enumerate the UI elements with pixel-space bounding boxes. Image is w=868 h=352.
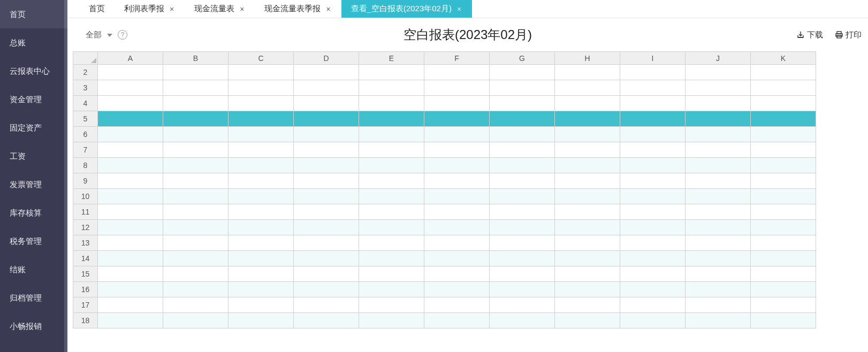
cell-I18[interactable] [620, 313, 686, 328]
tab-4[interactable]: 查看_空白报表(2023年02月)× [341, 0, 473, 18]
row-header-10[interactable]: 10 [73, 189, 98, 204]
cell-K16[interactable] [751, 282, 816, 297]
cell-E17[interactable] [359, 297, 424, 313]
cell-G9[interactable] [490, 173, 555, 189]
cell-F15[interactable] [424, 266, 490, 282]
cell-D10[interactable] [294, 189, 359, 204]
filter-dropdown[interactable]: 全部 ? [86, 30, 127, 40]
cell-H12[interactable] [555, 220, 620, 235]
cell-G6[interactable] [490, 127, 555, 142]
tab-1[interactable]: 利润表季报× [115, 0, 185, 18]
cell-A9[interactable] [98, 173, 163, 189]
cell-C12[interactable] [229, 220, 294, 235]
cell-A14[interactable] [98, 251, 163, 266]
cell-D16[interactable] [294, 282, 359, 297]
cell-B15[interactable] [163, 266, 229, 282]
cell-D15[interactable] [294, 266, 359, 282]
cell-A10[interactable] [98, 189, 163, 204]
cell-K6[interactable] [751, 127, 816, 142]
cell-K11[interactable] [751, 204, 816, 220]
cell-B13[interactable] [163, 235, 229, 251]
cell-E12[interactable] [359, 220, 424, 235]
cell-B2[interactable] [163, 65, 229, 80]
cell-J12[interactable] [686, 220, 751, 235]
cell-A8[interactable] [98, 158, 163, 173]
cell-C11[interactable] [229, 204, 294, 220]
cell-E16[interactable] [359, 282, 424, 297]
cell-F10[interactable] [424, 189, 490, 204]
cell-E8[interactable] [359, 158, 424, 173]
tab-3[interactable]: 现金流量表季报× [255, 0, 341, 18]
cell-J13[interactable] [686, 235, 751, 251]
row-header-14[interactable]: 14 [73, 251, 98, 266]
cell-H13[interactable] [555, 235, 620, 251]
column-header-A[interactable]: A [98, 52, 163, 65]
cell-E4[interactable] [359, 96, 424, 111]
cell-F13[interactable] [424, 235, 490, 251]
cell-G13[interactable] [490, 235, 555, 251]
close-icon[interactable]: × [456, 5, 462, 13]
cell-A5[interactable] [98, 111, 163, 127]
cell-H14[interactable] [555, 251, 620, 266]
cell-I3[interactable] [620, 80, 686, 96]
cell-K13[interactable] [751, 235, 816, 251]
cell-B17[interactable] [163, 297, 229, 313]
cell-D5[interactable] [294, 111, 359, 127]
cell-E14[interactable] [359, 251, 424, 266]
cell-G16[interactable] [490, 282, 555, 297]
cell-G5[interactable] [490, 111, 555, 127]
cell-H6[interactable] [555, 127, 620, 142]
cell-F16[interactable] [424, 282, 490, 297]
cell-K8[interactable] [751, 158, 816, 173]
cell-D13[interactable] [294, 235, 359, 251]
cell-G14[interactable] [490, 251, 555, 266]
cell-K17[interactable] [751, 297, 816, 313]
cell-A3[interactable] [98, 80, 163, 96]
cell-J10[interactable] [686, 189, 751, 204]
column-header-G[interactable]: G [490, 52, 555, 65]
column-header-K[interactable]: K [751, 52, 816, 65]
cell-H16[interactable] [555, 282, 620, 297]
cell-F2[interactable] [424, 65, 490, 80]
close-icon[interactable]: × [169, 5, 175, 13]
cell-H5[interactable] [555, 111, 620, 127]
spreadsheet-area[interactable]: ABCDEFGHIJK23456789101112131415161718 [73, 51, 868, 352]
row-header-8[interactable]: 8 [73, 158, 98, 173]
close-icon[interactable]: × [239, 5, 245, 13]
cell-A7[interactable] [98, 142, 163, 158]
row-header-7[interactable]: 7 [73, 142, 98, 158]
cell-I11[interactable] [620, 204, 686, 220]
cell-G10[interactable] [490, 189, 555, 204]
cell-J8[interactable] [686, 158, 751, 173]
row-header-17[interactable]: 17 [73, 297, 98, 313]
cell-A2[interactable] [98, 65, 163, 80]
row-header-13[interactable]: 13 [73, 235, 98, 251]
sidebar-item-inventory[interactable]: 库存核算 [0, 198, 67, 227]
cell-I7[interactable] [620, 142, 686, 158]
sidebar-item-reimburse[interactable]: 小畅报销 [0, 312, 67, 340]
cell-G15[interactable] [490, 266, 555, 282]
cell-G11[interactable] [490, 204, 555, 220]
cell-C10[interactable] [229, 189, 294, 204]
help-icon[interactable]: ? [118, 30, 127, 40]
cell-G12[interactable] [490, 220, 555, 235]
cell-E18[interactable] [359, 313, 424, 328]
cell-K5[interactable] [751, 111, 816, 127]
row-header-11[interactable]: 11 [73, 204, 98, 220]
cell-B12[interactable] [163, 220, 229, 235]
cell-C7[interactable] [229, 142, 294, 158]
row-header-12[interactable]: 12 [73, 220, 98, 235]
cell-F17[interactable] [424, 297, 490, 313]
cell-F8[interactable] [424, 158, 490, 173]
cell-B14[interactable] [163, 251, 229, 266]
cell-D12[interactable] [294, 220, 359, 235]
cell-B11[interactable] [163, 204, 229, 220]
cell-B4[interactable] [163, 96, 229, 111]
row-header-6[interactable]: 6 [73, 127, 98, 142]
cell-D17[interactable] [294, 297, 359, 313]
cell-H9[interactable] [555, 173, 620, 189]
row-header-15[interactable]: 15 [73, 266, 98, 282]
cell-F11[interactable] [424, 204, 490, 220]
cell-J5[interactable] [686, 111, 751, 127]
cell-C17[interactable] [229, 297, 294, 313]
